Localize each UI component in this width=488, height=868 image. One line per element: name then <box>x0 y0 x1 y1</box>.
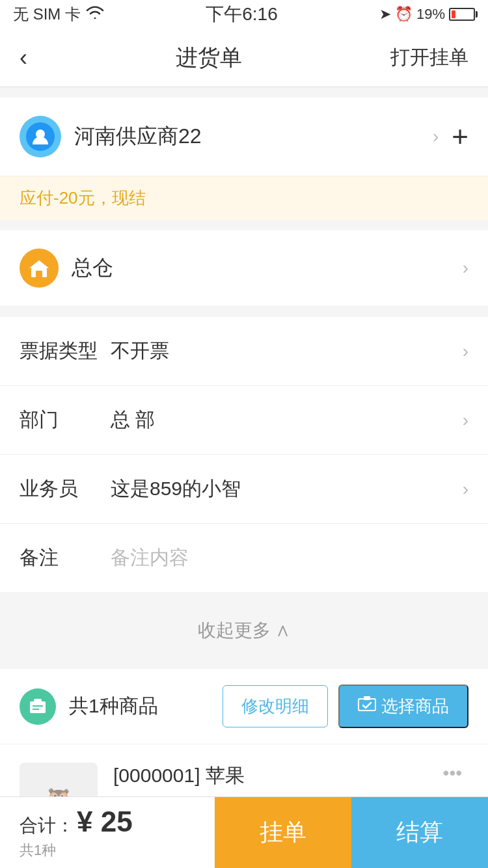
footer: 合计： ¥ 25 共1种 挂单 结算 <box>0 796 488 868</box>
status-time: 下午6:16 <box>206 2 278 27</box>
wifi-icon <box>86 5 104 23</box>
svg-rect-4 <box>30 701 46 713</box>
nav-bar: ‹ 进货单 打开挂单 <box>0 29 488 87</box>
product-title: 苹果 <box>206 765 245 786</box>
alarm-icon: ⏰ <box>395 6 413 23</box>
avatar-inner <box>26 122 55 151</box>
select-product-button[interactable]: 选择商品 <box>338 685 468 728</box>
dept-label: 部门 <box>20 407 98 433</box>
product-count-icon <box>20 688 56 725</box>
product-code: [0000001] <box>113 765 200 786</box>
svg-rect-5 <box>34 699 42 703</box>
spacer-2 <box>0 658 488 669</box>
total-amount: ¥ 25 <box>77 806 133 838</box>
warehouse-chevron-icon: › <box>463 258 468 278</box>
footer-total: 合计： ¥ 25 共1种 <box>0 806 215 860</box>
form-row-salesperson[interactable]: 业务员 这是859的小智 › <box>0 455 488 524</box>
open-pending-button[interactable]: 打开挂单 <box>390 44 468 71</box>
product-count-text: 共1种商品 <box>69 693 223 720</box>
location-icon: ➤ <box>379 6 391 23</box>
select-icon <box>358 696 376 716</box>
form-section: 票据类型 不开票 › 部门 总 部 › 业务员 这是859的小智 › 备注 备注… <box>0 317 488 592</box>
product-name: [0000001] 苹果 <box>113 763 437 789</box>
supplier-name: 河南供应商22 <box>74 122 433 151</box>
notice-bar: 应付-20元，现结 <box>0 176 488 220</box>
status-right: ➤ ⏰ 19% <box>379 6 475 23</box>
total-count: 共1种 <box>20 841 195 860</box>
battery-icon <box>449 8 475 21</box>
warehouse-name: 总仓 <box>72 254 463 282</box>
pending-button[interactable]: 挂单 <box>215 797 351 869</box>
product-header: 共1种商品 修改明细 选择商品 <box>0 669 488 744</box>
sales-chevron-icon: › <box>463 479 468 500</box>
supplier-chevron-icon: › <box>433 126 439 147</box>
collapse-text: 收起更多 ∧ <box>198 620 291 640</box>
svg-rect-3 <box>36 271 42 277</box>
ticket-chevron-icon: › <box>463 341 468 362</box>
ticket-value: 不开票 <box>98 338 463 364</box>
add-supplier-button[interactable]: + <box>452 120 468 153</box>
select-product-label: 选择商品 <box>381 695 449 718</box>
svg-rect-8 <box>359 699 375 711</box>
notice-text: 应付-20元，现结 <box>20 188 146 208</box>
svg-rect-7 <box>33 709 39 710</box>
ticket-label: 票据类型 <box>20 338 98 364</box>
sales-label: 业务员 <box>20 476 98 502</box>
collapse-bar[interactable]: 收起更多 ∧ <box>0 603 488 658</box>
status-bar: 无 SIM 卡 下午6:16 ➤ ⏰ 19% <box>0 0 488 29</box>
remark-label: 备注 <box>20 545 98 571</box>
total-label: 合计： <box>20 813 74 838</box>
svg-marker-2 <box>29 260 49 268</box>
supplier-row[interactable]: 河南供应商22 › + <box>0 98 488 176</box>
form-row-ticket[interactable]: 票据类型 不开票 › <box>0 317 488 386</box>
spacer-1 <box>0 87 488 98</box>
edit-detail-button[interactable]: 修改明细 <box>223 685 328 727</box>
supplier-avatar <box>20 116 61 157</box>
warehouse-row[interactable]: 总仓 › <box>0 230 488 306</box>
svg-rect-6 <box>33 705 43 707</box>
warehouse-icon <box>20 249 59 288</box>
dept-value: 总 部 <box>98 407 463 433</box>
form-row-remark[interactable]: 备注 备注内容 <box>0 524 488 592</box>
svg-rect-9 <box>364 696 370 700</box>
carrier-text: 无 SIM 卡 <box>13 4 81 25</box>
warehouse-section: 总仓 › <box>0 230 488 306</box>
back-button[interactable]: ‹ <box>20 44 27 72</box>
page-title: 进货单 <box>176 43 242 73</box>
form-row-department[interactable]: 部门 总 部 › <box>0 386 488 455</box>
supplier-section: 河南供应商22 › + 应付-20元，现结 <box>0 98 488 220</box>
remark-placeholder: 备注内容 <box>98 545 468 571</box>
dept-chevron-icon: › <box>463 410 468 431</box>
checkout-button[interactable]: 结算 <box>351 797 488 869</box>
sales-value: 这是859的小智 <box>98 476 463 502</box>
battery-percent: 19% <box>416 6 445 23</box>
more-options-button[interactable]: ••• <box>437 763 468 783</box>
status-left: 无 SIM 卡 <box>13 4 104 25</box>
